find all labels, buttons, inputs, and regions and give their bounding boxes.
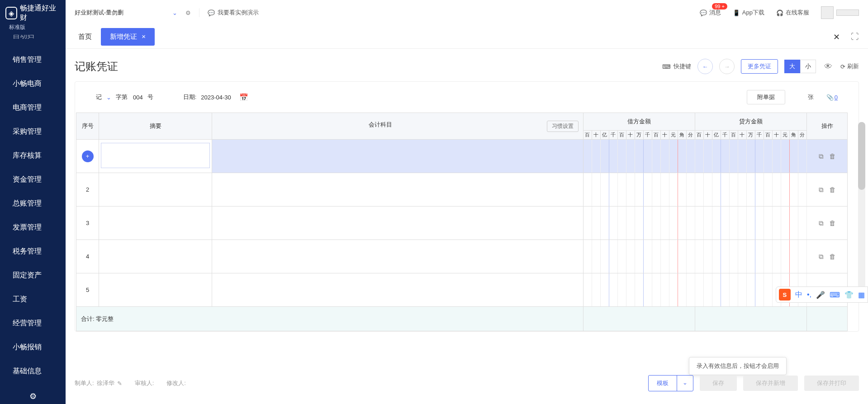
amount-digit[interactable] (635, 273, 643, 307)
amount-digit[interactable] (781, 240, 789, 273)
amount-digit[interactable] (798, 207, 806, 240)
amount-digit[interactable] (729, 273, 738, 307)
messages-link[interactable]: 💬 消息 99 + (700, 9, 721, 17)
delete-row-icon[interactable]: 🗑 (829, 152, 836, 160)
more-vouchers-button[interactable]: 更多凭证 (741, 59, 778, 74)
amount-digit[interactable] (617, 240, 626, 273)
amount-digit[interactable] (600, 273, 609, 307)
amount-digit[interactable] (686, 240, 695, 273)
delete-row-icon[interactable]: 🗑 (829, 253, 836, 260)
amount-digit[interactable] (678, 207, 686, 240)
amount-digit[interactable] (686, 207, 695, 240)
scroll-thumb[interactable] (858, 122, 865, 190)
sidebar-item-inventory[interactable]: 库存核算 (0, 144, 66, 168)
tab-close-all[interactable]: ✕ (828, 28, 845, 46)
preview-icon[interactable]: 👁 (822, 62, 834, 71)
amount-digit[interactable] (678, 140, 686, 173)
amount-digit[interactable] (626, 140, 635, 173)
amount-digit[interactable] (626, 240, 635, 273)
sidebar-item-salary[interactable]: 工资 (0, 287, 66, 311)
amount-digit[interactable] (609, 240, 617, 273)
project-selector[interactable]: 好业财测试-量勿删 ⌄ (75, 9, 177, 17)
sidebar-item-business[interactable]: 经营管理 (0, 311, 66, 335)
ime-toolbar[interactable]: S 中 •, 🎤 ⌨ 👕 ▦ (776, 287, 868, 303)
amount-digit[interactable] (686, 173, 695, 207)
amount-digit[interactable] (635, 240, 643, 273)
amount-digit[interactable] (695, 273, 703, 307)
voucher-row[interactable]: 2⧉🗑 (76, 173, 848, 207)
amount-digit[interactable] (592, 240, 600, 273)
copy-row-icon[interactable]: ⧉ (819, 152, 824, 160)
habits-button[interactable]: 习惯设置 (547, 121, 579, 132)
sidebar-settings-icon[interactable]: ⚙ (0, 391, 66, 401)
amount-digit[interactable] (583, 273, 592, 307)
amount-digit[interactable] (712, 173, 721, 207)
amount-digit[interactable] (721, 240, 729, 273)
amount-digit[interactable] (703, 240, 712, 273)
amount-digit[interactable] (703, 207, 712, 240)
sidebar-item-xiaochang-ec[interactable]: 小畅电商 (0, 72, 66, 96)
amount-digit[interactable] (600, 173, 609, 207)
attach-button[interactable]: 附单据 (747, 90, 785, 104)
voucher-number[interactable]: 004 (133, 94, 143, 101)
amount-digit[interactable] (798, 173, 806, 207)
amount-digit[interactable] (755, 173, 764, 207)
subject-cell[interactable] (212, 273, 583, 307)
amount-digit[interactable] (617, 207, 626, 240)
amount-digit[interactable] (781, 173, 789, 207)
voucher-row[interactable]: 3⧉🗑 (76, 207, 848, 240)
amount-digit[interactable] (695, 240, 703, 273)
amount-digit[interactable] (669, 140, 678, 173)
subject-cell[interactable] (212, 240, 583, 273)
calendar-icon[interactable]: 📅 (239, 93, 248, 102)
voucher-row[interactable]: +⧉🗑 (76, 140, 848, 173)
amount-digit[interactable] (592, 207, 600, 240)
sidebar-item-ledger[interactable]: 总账管理 (0, 192, 66, 216)
app-download-link[interactable]: 📱 App下载 (733, 9, 764, 17)
amount-digit[interactable] (660, 207, 669, 240)
amount-digit[interactable] (609, 140, 617, 173)
copy-row-icon[interactable]: ⧉ (819, 253, 824, 260)
amount-digit[interactable] (703, 273, 712, 307)
amount-digit[interactable] (746, 173, 755, 207)
ime-skin-icon[interactable]: 👕 (844, 291, 854, 299)
amount-digit[interactable] (781, 207, 789, 240)
amount-digit[interactable] (660, 273, 669, 307)
amount-digit[interactable] (798, 140, 806, 173)
subject-cell[interactable] (212, 140, 583, 173)
sidebar-item-base[interactable]: 基础信息 (0, 359, 66, 383)
amount-digit[interactable] (746, 240, 755, 273)
close-icon[interactable]: × (142, 33, 146, 40)
amount-digit[interactable] (678, 273, 686, 307)
amount-digit[interactable] (617, 273, 626, 307)
amount-digit[interactable] (643, 140, 652, 173)
abstract-input[interactable] (101, 143, 210, 168)
abstract-cell[interactable] (99, 273, 212, 307)
size-big[interactable]: 大 (784, 60, 800, 73)
amount-digit[interactable] (600, 140, 609, 173)
amount-digit[interactable] (729, 240, 738, 273)
amount-digit[interactable] (617, 140, 626, 173)
amount-digit[interactable] (729, 140, 738, 173)
ime-grid-icon[interactable]: ▦ (858, 291, 865, 299)
chevron-down-icon[interactable]: ⌄ (677, 376, 693, 391)
copy-row-icon[interactable]: ⧉ (819, 219, 824, 227)
amount-digit[interactable] (592, 173, 600, 207)
tab-new-voucher[interactable]: 新增凭证 × (101, 28, 155, 46)
amount-digit[interactable] (660, 140, 669, 173)
sidebar-item-purchase[interactable]: 采购管理 (0, 120, 66, 144)
amount-digit[interactable] (635, 140, 643, 173)
amount-digit[interactable] (746, 273, 755, 307)
amount-digit[interactable] (772, 173, 781, 207)
amount-digit[interactable] (798, 240, 806, 273)
amount-digit[interactable] (635, 173, 643, 207)
voucher-type[interactable]: 记 (96, 93, 102, 101)
amount-digit[interactable] (609, 207, 617, 240)
amount-digit[interactable] (738, 207, 746, 240)
sidebar-item-expense[interactable]: 小畅报销 (0, 335, 66, 359)
amount-digit[interactable] (652, 240, 660, 273)
amount-digit[interactable] (789, 207, 798, 240)
sidebar-item-invoice[interactable]: 发票管理 (0, 216, 66, 240)
sidebar-item-sales[interactable]: 销售管理 (0, 48, 66, 72)
amount-digit[interactable] (772, 140, 781, 173)
